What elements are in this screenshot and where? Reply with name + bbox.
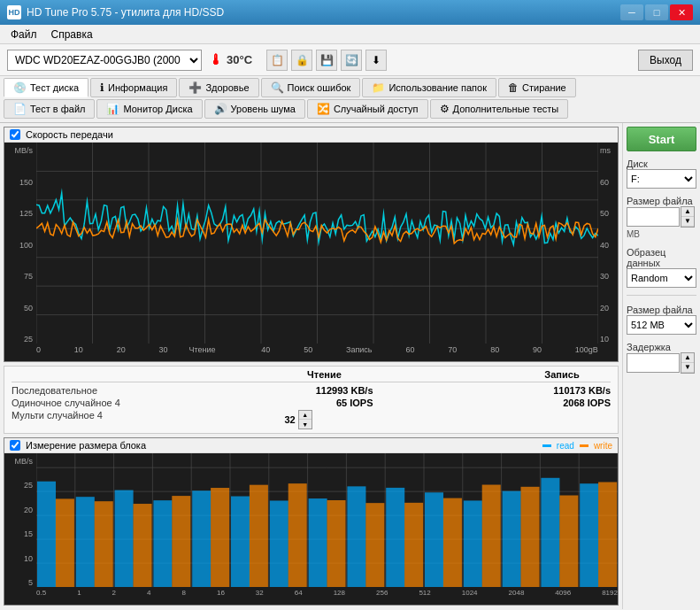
speed-chart-checkbox[interactable] <box>10 129 20 140</box>
file-size-input[interactable]: 100000 <box>627 207 680 227</box>
close-button[interactable]: ✕ <box>670 4 693 20</box>
delay-spinner[interactable]: ▲ ▼ <box>681 352 695 374</box>
tab-disk-monitor[interactable]: 📊 Монитор Диска <box>96 99 202 119</box>
disk-section: Диск F: <box>627 157 696 189</box>
right-separator <box>627 295 696 296</box>
speed-y-50: 50 <box>600 209 616 218</box>
info-icon-btn[interactable]: 📋 <box>266 50 288 71</box>
speed-x-80: 80 <box>490 345 499 361</box>
file-size-spinner[interactable]: ▲ ▼ <box>681 206 695 228</box>
file-test-icon: 📄 <box>13 103 27 115</box>
block-chart-checkbox[interactable] <box>10 440 20 451</box>
bx-8192: 8192 <box>602 589 618 605</box>
tab-extra-tests[interactable]: ⚙ Дополнительные тесты <box>430 99 569 119</box>
stats-multi-random-row: Мульти случайное 4 32 ▲ ▼ <box>12 409 611 430</box>
stats-multi-write <box>522 410 611 429</box>
tab-health[interactable]: ➕ Здоровье <box>179 78 258 97</box>
multi-spinner-down[interactable]: ▼ <box>299 420 312 429</box>
temperature-icon: 🌡 <box>209 52 223 68</box>
multi-spinner-up[interactable]: ▲ <box>299 411 312 420</box>
main-content: Скорость передачи MB/s 150 125 100 75 50… <box>0 123 700 609</box>
stats-header-row: Чтение Запись <box>12 369 611 382</box>
tab-random-access[interactable]: 🔀 Случайный доступ <box>307 99 428 119</box>
tab-file-test[interactable]: 📄 Тест в файл <box>4 99 95 119</box>
speed-x-90: 90 <box>533 345 542 361</box>
tab-error-scan[interactable]: 🔍 Поиск ошибок <box>261 78 361 97</box>
title-bar: HD HD Tune Pro 5.75 - утилита для HD/SSD… <box>0 0 700 25</box>
speed-y-50: 50 <box>6 304 33 313</box>
health-tab-icon: ➕ <box>188 81 202 94</box>
speed-y-axis: MB/s 150 125 100 75 50 25 <box>4 143 36 361</box>
tab-health-label: Здоровье <box>205 82 249 93</box>
tab-info[interactable]: ℹ Информация <box>90 78 177 97</box>
tab-noise-level[interactable]: 🔊 Уровень шума <box>204 99 305 119</box>
bx-16: 16 <box>217 589 225 605</box>
delay-down[interactable]: ▼ <box>681 363 694 373</box>
tab-folder-usage-label: Использование папок <box>388 82 487 93</box>
speed-y-150: 150 <box>6 178 33 187</box>
speed-y-125: 125 <box>6 209 33 218</box>
menu-file[interactable]: Файл <box>4 27 44 42</box>
data-sample-label: Образец данных <box>627 247 696 268</box>
health-icon-btn[interactable]: 🔒 <box>291 50 312 71</box>
stats-sequential-write: 110173 KB/s <box>522 385 611 396</box>
disk-monitor-icon: 📊 <box>106 103 119 115</box>
drive-selector[interactable]: WDC WD20EZAZ-00GGJB0 (2000 gB) <box>7 50 202 71</box>
minimize-button[interactable]: ─ <box>620 4 643 20</box>
drive-bar: WDC WD20EZAZ-00GGJB0 (2000 gB) 🌡 30°C 📋 … <box>0 44 700 76</box>
exit-button[interactable]: Выход <box>638 50 693 71</box>
speed-y-75: 75 <box>6 272 33 281</box>
toolbar-row-2: 📄 Тест в файл 📊 Монитор Диска 🔊 Уровень … <box>4 99 696 119</box>
temperature-display: 🌡 30°C <box>209 52 252 68</box>
speed-x-10: 10 <box>74 345 83 361</box>
tab-erase[interactable]: 🗑 Стирание <box>498 78 576 97</box>
bx-4: 4 <box>147 589 150 605</box>
tab-folder-usage[interactable]: 📁 Использование папок <box>362 78 496 97</box>
tab-file-test-label: Тест в файл <box>30 104 85 114</box>
stats-col2-header: Чтение <box>276 369 373 380</box>
file-size-up[interactable]: ▲ <box>681 207 694 217</box>
stats-multi-value: 32 ▲ ▼ <box>285 410 373 429</box>
data-sample-selector[interactable]: Random 0x00 0xFF <box>627 268 696 288</box>
delay-section: Задержка 0 ▲ ▼ <box>627 340 696 374</box>
stats-section: Чтение Запись Последовательное 112993 KB… <box>4 366 619 434</box>
block-canvas-container: 0.5 1 2 4 8 16 32 64 128 256 512 1024 20… <box>36 453 618 605</box>
speed-x-read: Чтение <box>188 345 215 361</box>
title-bar-controls: ─ □ ✕ <box>620 4 693 20</box>
block-file-size-selector[interactable]: 512 MB 256 MB 1 GB <box>627 315 696 335</box>
multi-spinner[interactable]: ▲ ▼ <box>298 410 312 429</box>
stats-col1-header <box>12 369 135 380</box>
speed-chart-section: Скорость передачи MB/s 150 125 100 75 50… <box>4 127 619 362</box>
maximize-button[interactable]: □ <box>645 4 668 20</box>
delay-input-group: 0 ▲ ▼ <box>627 352 696 374</box>
speed-y-right-label: ms <box>600 146 616 155</box>
speed-y-20: 20 <box>600 304 616 313</box>
speed-x-40: 40 <box>261 345 270 361</box>
info-tab-icon: ℹ <box>100 81 104 94</box>
file-size-down[interactable]: ▼ <box>681 217 694 227</box>
refresh-icon-btn[interactable]: 🔄 <box>341 50 362 71</box>
stats-single-random-row: Одиночное случайное 4 65 IOPS 2068 IOPS <box>12 397 611 409</box>
block-y-20: 20 <box>6 506 33 514</box>
extra-tests-icon: ⚙ <box>440 103 450 115</box>
bx-8: 8 <box>181 589 185 605</box>
start-button[interactable]: Start <box>627 127 696 151</box>
save-icon-btn[interactable]: 💾 <box>316 50 337 71</box>
down-icon-btn[interactable]: ⬇ <box>365 50 387 71</box>
speed-chart-area: MB/s 150 125 100 75 50 25 0 10 20 <box>4 143 618 361</box>
speed-y-label-top: MB/s <box>6 146 33 155</box>
tab-erase-label: Стирание <box>522 82 566 93</box>
file-size-unit: MB <box>627 229 640 239</box>
stats-sequential-label: Последовательное <box>12 385 135 396</box>
bx-32: 32 <box>256 589 264 605</box>
tab-disk-test[interactable]: 💿 Тест диска <box>4 78 88 97</box>
title-bar-left: HD HD Tune Pro 5.75 - утилита для HD/SSD <box>7 5 224 19</box>
delay-up[interactable]: ▲ <box>681 353 694 363</box>
stats-col3-header: Запись <box>513 369 611 380</box>
write-legend-label: write <box>594 441 612 451</box>
left-panel: Скорость передачи MB/s 150 125 100 75 50… <box>0 123 622 609</box>
read-legend-color <box>542 444 551 447</box>
disk-selector[interactable]: F: <box>627 169 696 189</box>
delay-input[interactable]: 0 <box>627 353 680 373</box>
menu-help[interactable]: Справка <box>44 27 100 42</box>
